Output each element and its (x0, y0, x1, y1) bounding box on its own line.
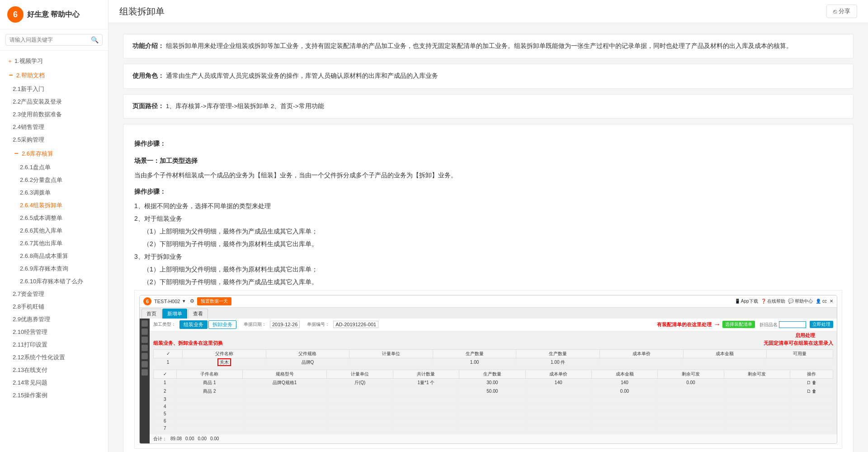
annotation3-text: 启用处理 (795, 332, 815, 339)
ss-preset-btn[interactable]: 预置数据一天 (197, 297, 231, 305)
ss-close-icon[interactable]: ✕ (830, 299, 833, 304)
ss-cell-cost-amt (683, 358, 767, 366)
sidebar-item-prepare[interactable]: 2.3使用前数据准备 (13, 108, 108, 121)
sidebar-item-mgmt[interactable]: 2.10经营管理 (13, 326, 108, 338)
ss-type-disassembly[interactable]: 拆卸业务 (208, 320, 236, 329)
ss-user-icon: 👤 cc (816, 299, 827, 304)
table-row: 7 (154, 424, 833, 432)
sidebar-item-payment[interactable]: 2.13在线支付 (13, 364, 108, 376)
step3-2: （2）下部明细为子件明细，最终作为产成品生成其它入库单。 (134, 276, 842, 288)
ss-col-unit: 计量单位 (349, 349, 433, 358)
ss-no-value: AD-20191226-001 (333, 321, 378, 328)
annotation5-text: 无固定清单可在组装在这里录入 (764, 340, 833, 347)
sidebar-item-sales[interactable]: 2.4销售管理 (13, 121, 108, 133)
ss-select-list-btn[interactable]: 选择装配清单 (722, 321, 755, 328)
step3-1: （1）上部明细为父件明细，最终作为原材料生成其它出库单； (134, 263, 842, 276)
ss-label-type: 加工类型： (153, 321, 176, 328)
sidebar-item-cases[interactable]: 2.15操作案例 (13, 389, 108, 402)
step2: 2、对于组装业务 (134, 212, 842, 225)
ss-tab-view[interactable]: 查看 (188, 309, 208, 319)
ss-footer-val1: 89.08 (170, 436, 182, 441)
step1: 1、根据不同的业务，选择不同单据的类型来处理 (134, 200, 842, 212)
sidebar-item-install[interactable]: 2.2产品安装及登录 (13, 95, 108, 108)
ss-upper-table-area: ✓ 父件名称 父件规格 计量单位 生产数量 生产数量 成本单价 成本金额 (150, 347, 837, 368)
ss-col-cost-amt: 成本金额 (683, 349, 767, 358)
ss-annotation1-area: 有装配清单的在这里处理 → 选择装配清单 折旧品名 立即处理 (657, 320, 833, 328)
ss-confirm-btn[interactable]: 立即处理 (810, 321, 833, 328)
ss-icon6 (142, 361, 148, 367)
ss-icon3 (142, 337, 148, 343)
annotation4-text: 组装业务、拆卸业务在这里切换 (153, 340, 223, 347)
ss-tab-home[interactable]: 首页 (142, 309, 161, 319)
sidebar-item-assembly[interactable]: 2.6.4组装拆卸单 (20, 199, 108, 212)
search-icon[interactable]: 🔍 (91, 36, 99, 43)
ss-tab-new[interactable]: 新增单 (162, 309, 187, 319)
ss-topbar-id: TEST-H002 (154, 299, 180, 304)
sidebar-item-transfer[interactable]: 2.6.3调拨单 (20, 186, 108, 199)
sidebar-item-newbie[interactable]: 2.1新手入门 (13, 83, 108, 95)
sidebar-item-purchase[interactable]: 2.5采购管理 (13, 133, 108, 146)
sidebar-item-system[interactable]: 2.12系统个性化设置 (13, 351, 108, 364)
path-label: 页面路径： (132, 103, 164, 109)
ss-type-assembly[interactable]: 组装业务 (179, 320, 208, 329)
sidebar-item-faq[interactable]: 2.14常见问题 (13, 376, 108, 389)
ss-cell-prod2: 1.00 件 (516, 358, 600, 366)
sidebar-item-inventory[interactable]: － 2.6库存核算 (13, 146, 108, 161)
ss-col-parent-name: 父件名称 (183, 349, 266, 358)
minus-icon: － (7, 71, 14, 80)
ss-icon5 (142, 353, 148, 359)
ss-col-avail: 可用量 (767, 349, 833, 358)
sidebar-item-docs[interactable]: － 2.帮助文档 (0, 68, 108, 83)
ss-col2-cost-price: 成本单价 (525, 370, 591, 378)
ss-col2-unit: 计量单位 (327, 370, 393, 378)
sidebar-item-other-in[interactable]: 2.6.6其他入库单 (20, 224, 108, 237)
role-block: 使用角色： 通常由生产人员或库管人员完成拆装业务的操作，库管人员确认原材料的出库… (123, 64, 854, 88)
sidebar-item-stock-check[interactable]: 2.6.1盘点单 (20, 161, 108, 174)
table-row: 6 (154, 417, 833, 424)
sidebar-label-video: 1.视频学习 (14, 57, 43, 65)
logo-text: 好生意 帮助中心 (27, 10, 80, 19)
sidebar-item-print[interactable]: 2.11打印设置 (13, 338, 108, 351)
ss-label-date: 单据日期： (244, 321, 266, 328)
ss-lower-table-area: ✓ 子件名称 规格型号 计量单位 共计数量 生产数量 成本单价 成本金额 (150, 368, 837, 434)
ss-form-header: 加工类型： 组装业务 拆卸业务 单据日期： 2019-12-26 单据编号： A… (150, 319, 837, 331)
sidebar: 6 好生意 帮助中心 🔍 ＋ 1.视频学习 － 2.帮助文档 2.1新手入门 2… (0, 0, 108, 452)
ss-help-icon: ❓ 在线帮助 (761, 298, 786, 305)
logo-area: 6 好生意 帮助中心 (0, 0, 108, 29)
sidebar-item-cost-adj[interactable]: 2.6.5成本调整单 (20, 212, 108, 224)
share-button[interactable]: ⎋ 分享 (826, 5, 857, 18)
func-intro-label: 功能介绍： (132, 43, 164, 49)
ss-icon7 (142, 369, 148, 376)
sidebar-item-mobile[interactable]: 2.8手机旺铺 (13, 300, 108, 313)
ss-ann3-row: 启用处理 (150, 331, 837, 340)
step2-1: （1）上部明细为父件明细，最终作为产成品生成其它入库单； (134, 225, 842, 238)
table-row: 3 (154, 395, 833, 403)
ss-dropdown-icon: ▾ (183, 298, 185, 304)
annotation1-text: 有装配清单的在这里处理 (657, 321, 712, 328)
sidebar-item-stock-ledger[interactable]: 2.6.9库存账本查询 (20, 262, 108, 275)
ss-tabs-row: 首页 新增单 查看 (140, 308, 837, 319)
sidebar-item-stock-check2[interactable]: 2.6.2分量盘点单 (20, 174, 108, 186)
sidebar-item-coupon[interactable]: 2.9优惠券管理 (13, 313, 108, 326)
step2-2: （2）下部明细为子件明细，最终作为原材料生成其它出库单。 (134, 238, 842, 250)
annotation1-arrow: → (713, 320, 721, 328)
table-row: 2 商品 2 50.00 0.00 (154, 387, 833, 395)
ss-confirm-input[interactable] (779, 321, 806, 328)
nav-sub-docs: 2.1新手入门 2.2产品安装及登录 2.3使用前数据准备 2.4销售管理 2.… (0, 83, 108, 402)
ann-red-box: 关木 (217, 358, 231, 366)
sidebar-item-other-out[interactable]: 2.6.7其他出库单 (20, 237, 108, 250)
ss-footer: 合计： 89.08 0.00 0.00 0.00 (150, 434, 837, 443)
sidebar-item-video[interactable]: ＋ 1.视频学习 (0, 54, 108, 68)
role-text: 通常由生产人员或库管人员完成拆装业务的操作，库管人员确认原材料的出库和产成品的入… (166, 72, 438, 79)
ss-col2-check: ✓ (154, 370, 177, 378)
sidebar-item-stock-error[interactable]: 2.6.10库存账本错了么办 (20, 275, 108, 288)
search-input[interactable] (9, 37, 91, 43)
sidebar-item-cost-recalc[interactable]: 2.6.8商品成本重算 (20, 250, 108, 262)
ss-col2-ops: 操作 (790, 370, 833, 378)
ss-col2-remain1: 剩余可发 (658, 370, 724, 378)
sidebar-item-finance[interactable]: 2.7资金管理 (13, 288, 108, 300)
op-steps-block: 操作步骤： 场景一：加工类型选择 当由多个子件材料组装成一个成品的业务为【组装】… (123, 124, 854, 452)
ss-body: 加工类型： 组装业务 拆卸业务 单据日期： 2019-12-26 单据编号： A… (140, 319, 837, 443)
ss-cell-unit (349, 358, 433, 366)
func-intro-block: 功能介绍： 组装拆卸单用来处理企业组装或拆卸等加工业务，支持有固定装配清单的产品… (123, 34, 854, 58)
